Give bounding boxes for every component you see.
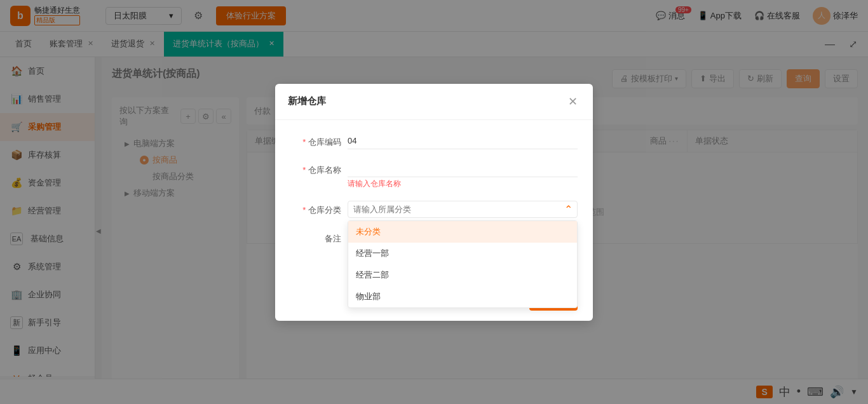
form-row-category: 仓库分类 ⌃ 未分类 bbox=[290, 201, 578, 218]
category-control: ⌃ 未分类 经营一部 经营二部 bbox=[348, 201, 578, 218]
form-row-code: 仓库编码 bbox=[290, 133, 578, 149]
dropdown-option-dept2[interactable]: 经营二部 bbox=[348, 264, 577, 286]
category-toggle-icon[interactable]: ⌃ bbox=[564, 203, 573, 215]
name-control: 请输入仓库名称 bbox=[348, 161, 578, 189]
form-row-name: 仓库名称 请输入仓库名称 bbox=[290, 161, 578, 189]
dropdown-option-uncategorized[interactable]: 未分类 bbox=[348, 221, 577, 243]
modal-add-warehouse: 新增仓库 ✕ 仓库编码 仓库名称 bbox=[275, 84, 593, 321]
code-control bbox=[348, 133, 578, 149]
modal-body: 仓库编码 仓库名称 请输入仓库名称 bbox=[275, 120, 593, 270]
dropdown-option-property[interactable]: 物业部 bbox=[348, 286, 577, 307]
name-label: 仓库名称 bbox=[290, 161, 341, 176]
name-error-msg: 请输入仓库名称 bbox=[348, 178, 578, 189]
warehouse-name-input[interactable] bbox=[348, 161, 578, 177]
modal-overlay[interactable]: 新增仓库 ✕ 仓库编码 仓库名称 bbox=[102, 57, 868, 404]
dropdown-option-dept1[interactable]: 经营一部 bbox=[348, 243, 577, 264]
modal-header: 新增仓库 ✕ bbox=[275, 84, 593, 120]
content-area: 进货单统计(按商品) 🖨 按模板打印 ▾ ⬆ 导出 ↻ 刷新 bbox=[102, 57, 868, 404]
category-input-wrapper: ⌃ bbox=[348, 201, 578, 218]
modal-title: 新增仓库 bbox=[288, 95, 326, 107]
category-input[interactable] bbox=[348, 201, 578, 218]
warehouse-code-input[interactable] bbox=[348, 133, 578, 149]
notes-label: 备注 bbox=[290, 229, 341, 245]
modal-close-button[interactable]: ✕ bbox=[565, 94, 580, 109]
category-label: 仓库分类 bbox=[290, 201, 341, 216]
main-layout: 🏠 首页 📊 销售管理 🛒 采购管理 📦 库存核算 💰 资金管理 📁 经营管理 … bbox=[0, 57, 868, 404]
code-label: 仓库编码 bbox=[290, 133, 341, 148]
category-dropdown: 未分类 经营一部 经营二部 物业部 bbox=[348, 220, 578, 308]
